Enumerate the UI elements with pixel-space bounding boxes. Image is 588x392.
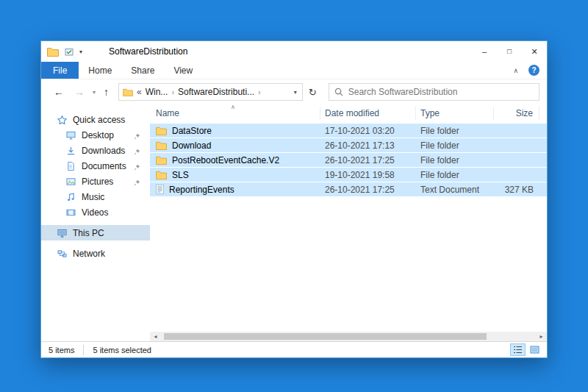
sidebar-item-quick-access[interactable]: Quick access [41, 112, 150, 127]
sidebar-item-label: Desktop [82, 130, 114, 140]
file-date-cell: 26-10-2021 17:25 [320, 185, 416, 195]
file-type-cell: File folder [416, 126, 494, 136]
status-divider [83, 345, 84, 355]
navigation-toolbar: ← → ▾ ↑ « Win... › SoftwareDistributi...… [41, 79, 547, 104]
breadcrumb-chevron-icon[interactable]: › [171, 88, 174, 96]
tab-view[interactable]: View [164, 62, 202, 79]
sidebar-item-network[interactable]: Network [41, 246, 150, 261]
file-date-cell: 26-10-2021 17:13 [320, 140, 416, 151]
address-folder-icon [123, 88, 133, 96]
sidebar-item-label: Quick access [73, 115, 125, 125]
column-header-size[interactable]: Size [494, 107, 539, 120]
thumbnail-view-icon [530, 346, 539, 354]
file-date-cell: 26-10-2021 17:25 [320, 155, 416, 165]
download-icon [66, 146, 76, 155]
details-view-icon [513, 346, 523, 354]
explorer-window: ▾ SoftwareDistribution – □ ✕ File Home S… [40, 40, 548, 358]
column-header-name[interactable]: Name [150, 107, 320, 120]
details-view-button[interactable] [510, 343, 526, 356]
column-header-type[interactable]: Type [416, 107, 494, 120]
sidebar-item-music[interactable]: Music [41, 189, 150, 204]
breadcrumb-chevron-icon[interactable]: › [258, 88, 261, 96]
thumbnail-view-button[interactable] [527, 343, 542, 356]
table-row[interactable]: DataStore 17-10-2021 03:20 File folder [150, 124, 547, 138]
videos-icon [66, 208, 76, 217]
pin-icon [134, 163, 140, 173]
sort-ascending-icon: ∧ [231, 104, 235, 110]
file-name: SLS [172, 170, 189, 180]
search-input[interactable] [348, 87, 534, 97]
sidebar-item-downloads[interactable]: Downloads [41, 143, 150, 158]
minimize-button[interactable]: – [472, 41, 497, 62]
column-header-date-modified[interactable]: Date modified [320, 107, 416, 120]
file-rows: DataStore 17-10-2021 03:20 File folder D… [150, 124, 547, 197]
folder-icon [156, 141, 167, 150]
back-button[interactable]: ← [49, 86, 69, 98]
column-headers: ∧ Name Date modified Type Size [150, 104, 547, 122]
sidebar-item-pictures[interactable]: Pictures [41, 174, 150, 189]
file-type-cell: Text Document [416, 185, 494, 195]
search-icon [334, 88, 343, 96]
pictures-icon [66, 177, 76, 186]
file-name-cell: ReportingEvents [150, 185, 320, 195]
horizontal-scrollbar[interactable]: ◂ ▸ [150, 332, 547, 341]
items-count: 5 items [49, 346, 74, 354]
forward-button[interactable]: → [69, 86, 90, 98]
address-bar[interactable]: « Win... › SoftwareDistributi... › ▾ [118, 83, 303, 101]
file-name-cell: DataStore [150, 126, 320, 136]
table-row[interactable]: SLS 19-10-2021 19:58 File folder [150, 168, 547, 182]
folder-icon [156, 171, 167, 179]
navigation-pane: Quick access Desktop Downloads Documents… [41, 104, 150, 341]
file-name: DataStore [172, 126, 212, 136]
file-name-cell: PostRebootEventCache.V2 [150, 155, 320, 165]
file-name: Download [172, 140, 211, 151]
tab-file[interactable]: File [41, 62, 79, 79]
file-name-cell: Download [150, 140, 320, 151]
sidebar-item-label: Downloads [82, 146, 125, 156]
help-button[interactable]: ? [528, 65, 539, 76]
refresh-button[interactable]: ↻ [303, 87, 323, 98]
window-title: SoftwareDistribution [109, 46, 187, 57]
file-type-cell: File folder [416, 140, 494, 151]
breadcrumb-overflow-icon[interactable]: « [137, 87, 142, 97]
scrollbar-track[interactable] [161, 332, 536, 341]
sidebar-item-documents[interactable]: Documents [41, 158, 150, 174]
up-button[interactable]: ↑ [98, 86, 114, 98]
breadcrumb-segment[interactable]: SoftwareDistributi... [178, 87, 254, 97]
music-icon [66, 193, 76, 202]
maximize-button[interactable]: □ [497, 41, 522, 62]
file-type-cell: File folder [416, 170, 494, 180]
close-button[interactable]: ✕ [522, 41, 547, 62]
qat-properties-button[interactable] [65, 47, 74, 56]
table-row[interactable]: Download 26-10-2021 17:13 File folder [150, 138, 547, 153]
sidebar-item-label: Network [73, 249, 105, 259]
scrollbar-thumb[interactable] [164, 333, 487, 340]
breadcrumb-segment[interactable]: Win... [146, 87, 168, 97]
sidebar-item-desktop[interactable]: Desktop [41, 127, 150, 143]
recent-locations-dropdown-icon[interactable]: ▾ [90, 89, 98, 96]
status-bar: 5 items 5 items selected [41, 341, 547, 357]
text-document-icon [156, 185, 164, 194]
table-row[interactable]: ReportingEvents 26-10-2021 17:25 Text Do… [150, 182, 547, 197]
titlebar: ▾ SoftwareDistribution – □ ✕ [41, 41, 547, 62]
ribbon-collapse-icon[interactable]: ∧ [513, 67, 518, 74]
tab-share[interactable]: Share [121, 62, 164, 79]
table-row[interactable]: PostRebootEventCache.V2 26-10-2021 17:25… [150, 153, 547, 168]
scroll-left-icon[interactable]: ◂ [150, 332, 161, 341]
qat-dropdown-icon[interactable]: ▾ [79, 49, 82, 55]
desktop-icon [66, 131, 76, 140]
scroll-right-icon[interactable]: ▸ [536, 332, 547, 341]
ribbon-tabs: File Home Share View ∧ ? [41, 62, 547, 79]
search-box [329, 83, 539, 101]
folder-icon [156, 156, 167, 165]
sidebar-item-label: Documents [82, 161, 126, 171]
sidebar-item-videos[interactable]: Videos [41, 204, 150, 220]
file-date-cell: 19-10-2021 19:58 [320, 170, 416, 180]
address-dropdown-icon[interactable]: ▾ [294, 89, 298, 96]
sidebar-item-label: Pictures [82, 177, 113, 187]
pin-icon [134, 147, 140, 157]
sidebar-item-this-pc[interactable]: This PC [41, 225, 150, 240]
network-icon [57, 249, 67, 258]
file-name: ReportingEvents [169, 185, 234, 195]
tab-home[interactable]: Home [79, 62, 121, 79]
